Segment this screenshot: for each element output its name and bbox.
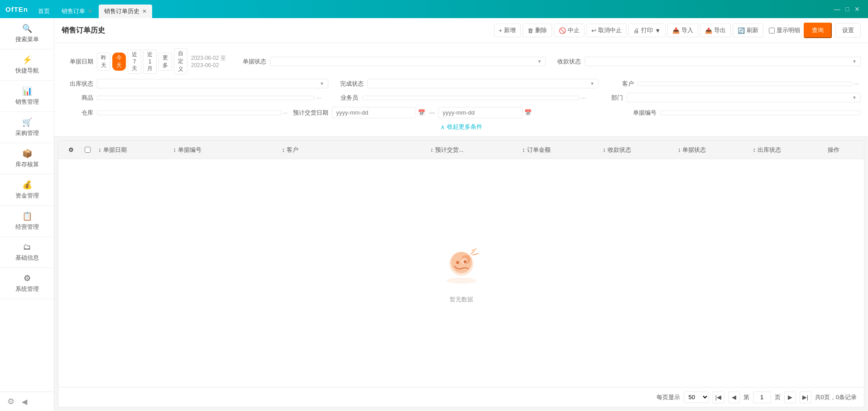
window-controls: — □ ✕: [834, 5, 861, 13]
th-order-status[interactable]: ↕ 单据状态: [674, 146, 749, 154]
page-size-select[interactable]: 50 100 200: [684, 392, 709, 403]
tab-2[interactable]: 销售订单历史✕: [99, 5, 152, 18]
toolbar-btn-新增[interactable]: +新增: [494, 24, 521, 37]
date-btn-today[interactable]: 今天: [112, 53, 126, 71]
date-quick-btns: 昨天 今天 近7天 近1月 更多 自定义: [97, 48, 187, 74]
tab-0[interactable]: 首页: [33, 5, 55, 18]
th-pay-status[interactable]: ↕ 收款状态: [599, 146, 674, 154]
complete-status-label: 完成状态: [332, 80, 364, 88]
brand-logo: OfTEn: [4, 5, 32, 13]
first-page-button[interactable]: |◀: [713, 392, 724, 403]
sidebar-item-0[interactable]: 🔍搜索菜单: [0, 18, 54, 49]
top-bar-right: — □ ✕: [834, 5, 864, 13]
product-input[interactable]: [97, 96, 314, 100]
dept-select[interactable]: ▼: [627, 93, 861, 102]
toolbar-btn-中止[interactable]: 🚫中止: [554, 24, 585, 37]
warehouse-control: ···: [97, 109, 289, 116]
warehouse-dots-button[interactable]: ···: [281, 109, 290, 116]
th-out-status[interactable]: ↕ 出库状态: [749, 146, 824, 154]
sidebar-item-4[interactable]: 📦库存核算: [0, 143, 54, 174]
sidebar-item-2[interactable]: 📊销售管理: [0, 81, 54, 112]
toolbar-btn-打印[interactable]: 🖨打印▼: [628, 24, 666, 37]
svg-line-7: [470, 250, 474, 254]
out-status-arrow: ▼: [320, 81, 324, 86]
toolbar-btn-导入[interactable]: 📥导入: [667, 24, 698, 37]
settings-button[interactable]: 设置: [835, 23, 861, 38]
toolbar-btn-导出[interactable]: 📤导出: [700, 24, 731, 37]
toolbar-btn-删除[interactable]: 🗑删除: [523, 24, 552, 37]
sidebar-item-7[interactable]: 🗂基础信息: [0, 237, 54, 268]
date-btn-yesterday[interactable]: 昨天: [97, 53, 110, 71]
svg-point-0: [446, 277, 476, 283]
customer-dots-button[interactable]: ···: [852, 80, 861, 87]
out-status-label: 出库状态: [62, 80, 93, 88]
order-no-label: 单据编号: [625, 109, 657, 117]
pagination: 每页显示 50 100 200 |◀ ◀ 第 页 ▶ ▶| 共0页，0条记录: [58, 387, 864, 407]
th-delivery[interactable]: ↕ 预计交货...: [427, 146, 518, 154]
sidebar-item-3[interactable]: 🛒采购管理: [0, 112, 54, 143]
status-label: 单据状态: [235, 58, 266, 66]
date-btn-custom[interactable]: 自定义: [174, 48, 187, 74]
pay-status-label: 收款状态: [549, 58, 581, 66]
minimize-button[interactable]: —: [834, 5, 841, 13]
filter-row-1: 单据日期 昨天 今天 近7天 近1月 更多 自定义 2023-06-02 至 2…: [62, 48, 861, 74]
collapse-sidebar-icon[interactable]: ◀: [22, 397, 27, 406]
svg-point-6: [464, 260, 467, 263]
complete-status-select[interactable]: ▼: [367, 79, 599, 88]
date-filter-control: 昨天 今天 近7天 近1月 更多 自定义 2023-06-02 至 2023-0…: [97, 48, 231, 74]
date-btn-more[interactable]: 更多: [158, 53, 172, 71]
sidebar-item-6[interactable]: 📋经营管理: [0, 206, 54, 237]
product-label: 商品: [62, 94, 93, 102]
status-select[interactable]: ▼: [270, 57, 546, 66]
prev-page-button[interactable]: ◀: [728, 392, 740, 403]
calendar-end-icon[interactable]: 📅: [524, 109, 532, 116]
toolbar-btn-取消中止[interactable]: ↩取消中止: [586, 24, 627, 37]
pay-status-select[interactable]: ▼: [585, 57, 861, 66]
date-btn-1month[interactable]: 近1月: [143, 49, 157, 74]
tab-close-2[interactable]: ✕: [142, 8, 147, 15]
tab-1[interactable]: 销售订单✕: [56, 5, 98, 18]
calendar-start-icon[interactable]: 📅: [418, 109, 425, 116]
salesman-input[interactable]: [362, 96, 579, 100]
customer-input[interactable]: [638, 82, 852, 86]
warehouse-input[interactable]: [97, 111, 281, 115]
select-all-checkbox[interactable]: [85, 147, 91, 153]
product-dots-button[interactable]: ···: [314, 94, 323, 101]
th-settings[interactable]: ⚙: [62, 146, 80, 153]
show-detail-checkbox[interactable]: 显示明细: [769, 26, 800, 34]
sidebar-item-8[interactable]: ⚙系统管理: [0, 268, 54, 299]
svg-line-8: [473, 253, 479, 255]
collapse-label: 收起更多条件: [447, 123, 482, 131]
query-button[interactable]: 查询: [804, 23, 832, 38]
collapse-row[interactable]: ∧ 收起更多条件: [62, 123, 861, 131]
th-amount[interactable]: ↕ 订单金额: [518, 146, 599, 154]
th-customer[interactable]: ↕ 客户: [278, 146, 427, 154]
toolbar-buttons: +新增🗑删除🚫中止↩取消中止🖨打印▼📥导入📤导出🔄刷新: [494, 24, 763, 37]
th-checkbox[interactable]: [80, 147, 95, 153]
next-page-button[interactable]: ▶: [784, 392, 796, 403]
th-date[interactable]: ↕ 单据日期: [95, 146, 170, 154]
main-layout: 🔍搜索菜单⚡快捷导航📊销售管理🛒采购管理📦库存核算💰资金管理📋经营管理🗂基础信息…: [0, 18, 868, 411]
tab-close-1[interactable]: ✕: [88, 8, 92, 15]
content-area: 销售订单历史 +新增🗑删除🚫中止↩取消中止🖨打印▼📥导入📤导出🔄刷新 显示明细 …: [54, 18, 868, 411]
settings-icon[interactable]: ⚙: [7, 396, 14, 406]
dept-label: 部门: [591, 94, 623, 102]
sidebar-item-5[interactable]: 💰资金管理: [0, 174, 54, 206]
out-status-select[interactable]: ▼: [97, 79, 328, 88]
close-button[interactable]: ✕: [854, 5, 861, 13]
salesman-dots-button[interactable]: ···: [579, 94, 588, 101]
order-no-input[interactable]: [660, 111, 861, 115]
status-select-arrow: ▼: [537, 59, 542, 64]
delivery-date-end[interactable]: [438, 107, 523, 118]
svg-line-9: [472, 248, 476, 250]
th-sn[interactable]: ↕ 单据编号: [170, 146, 278, 154]
toolbar-btn-刷新[interactable]: 🔄刷新: [733, 24, 763, 37]
product-control: ···: [97, 94, 323, 101]
date-btn-7days[interactable]: 近7天: [128, 49, 141, 74]
delivery-date-start[interactable]: [332, 107, 416, 118]
page-number-input[interactable]: [753, 392, 771, 403]
top-bar: OfTEn 首页销售订单✕销售订单历史✕ — □ ✕: [0, 0, 868, 18]
sidebar-item-1[interactable]: ⚡快捷导航: [0, 49, 54, 81]
last-page-button[interactable]: ▶|: [800, 392, 811, 403]
maximize-button[interactable]: □: [844, 5, 851, 13]
